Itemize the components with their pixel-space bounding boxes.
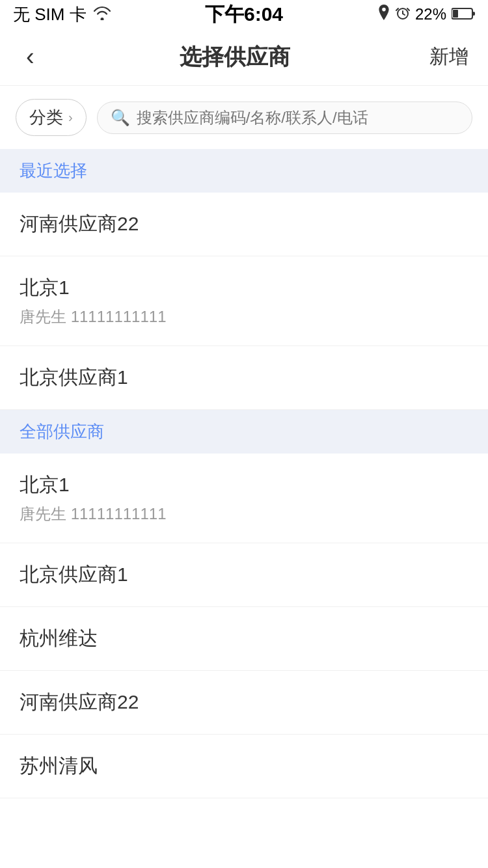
list-item-name: 苏州清风	[20, 753, 468, 780]
list-item[interactable]: 苏州清风	[0, 735, 488, 798]
list-item-name: 北京1	[20, 275, 468, 301]
list-item-sub: 唐先生 11111111111	[20, 306, 468, 327]
svg-rect-5	[472, 12, 475, 16]
carrier-text: 无 SIM 卡	[13, 3, 87, 26]
search-icon: 🔍	[111, 109, 130, 127]
list-item[interactable]: 北京1唐先生 11111111111	[0, 454, 488, 543]
all-section-header: 全部供应商	[0, 410, 488, 454]
list-item-name: 北京供应商1	[20, 562, 468, 588]
svg-line-2	[403, 14, 405, 15]
category-label: 分类	[29, 106, 63, 129]
recent-section-header: 最近选择	[0, 149, 488, 193]
recent-list: 河南供应商22北京1唐先生 11111111111北京供应商1	[0, 193, 488, 410]
list-item-name: 河南供应商22	[20, 689, 468, 716]
location-icon	[377, 5, 390, 24]
list-item[interactable]: 北京供应商1	[0, 346, 488, 410]
list-item-sub: 唐先生 11111111111	[20, 504, 468, 524]
list-item-name: 北京1	[20, 472, 468, 498]
status-bar: 无 SIM 卡 下午6:04 22%	[0, 0, 488, 29]
list-item[interactable]: 北京1唐先生 11111111111	[0, 256, 488, 346]
nav-bar: ‹ 选择供应商 新增	[0, 29, 488, 86]
list-item-name: 杭州维达	[20, 625, 468, 652]
list-item[interactable]: 杭州维达	[0, 607, 488, 671]
recent-section-label: 最近选择	[20, 161, 87, 180]
status-left: 无 SIM 卡	[13, 3, 111, 26]
list-item[interactable]: 河南供应商22	[0, 193, 488, 256]
list-item[interactable]: 河南供应商22	[0, 671, 488, 735]
page-title: 选择供应商	[180, 42, 290, 72]
list-item-name: 北京供应商1	[20, 364, 468, 391]
status-time: 下午6:04	[205, 1, 283, 28]
alarm-icon	[396, 5, 410, 23]
svg-rect-4	[453, 10, 458, 18]
battery-icon	[452, 5, 475, 23]
wifi-icon	[93, 5, 111, 25]
list-item-name: 河南供应商22	[20, 211, 468, 237]
category-button[interactable]: 分类 ›	[16, 99, 87, 136]
battery-percent: 22%	[415, 5, 446, 23]
back-button[interactable]: ‹	[20, 36, 41, 77]
search-input[interactable]	[137, 109, 459, 127]
search-box[interactable]: 🔍	[97, 102, 472, 134]
list-item[interactable]: 北京供应商1	[0, 543, 488, 607]
status-right: 22%	[377, 5, 475, 24]
all-list: 北京1唐先生 11111111111北京供应商1杭州维达河南供应商22苏州清风	[0, 454, 488, 798]
chevron-right-icon: ›	[68, 110, 73, 125]
filter-bar: 分类 › 🔍	[0, 86, 488, 149]
add-button[interactable]: 新增	[429, 44, 468, 70]
all-section-label: 全部供应商	[20, 422, 104, 441]
